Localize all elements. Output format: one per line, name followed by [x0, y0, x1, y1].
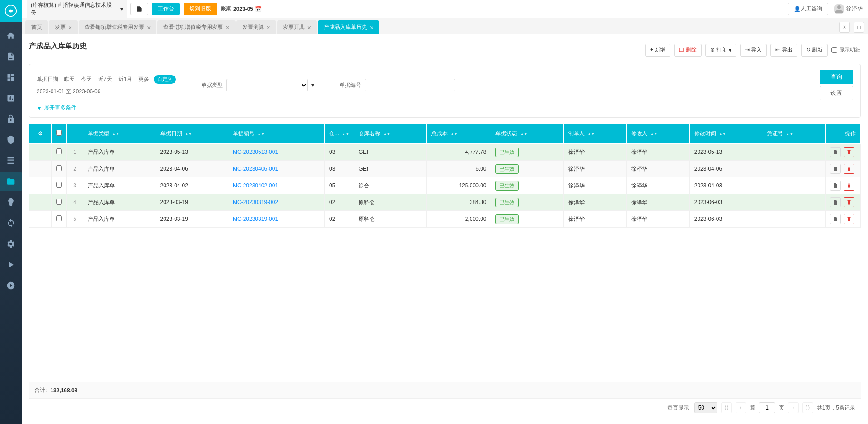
- sidebar-item-home[interactable]: [0, 26, 22, 46]
- tab-close-check-sales[interactable]: ×: [147, 24, 151, 31]
- sidebar-item-warehouse[interactable]: [0, 172, 22, 191]
- switch-old-button[interactable]: 切到旧版: [184, 3, 217, 15]
- date-today[interactable]: 今天: [79, 75, 94, 84]
- tab-check-purchase[interactable]: 查看进项增值税专用发票 ×: [157, 20, 235, 34]
- new-button[interactable]: + 新增: [645, 44, 670, 57]
- doc-number-link[interactable]: MC-20230402-001: [233, 182, 278, 189]
- type-filter-select[interactable]: [226, 79, 308, 91]
- col-modify-time[interactable]: 修改时间 ▲▼: [689, 124, 762, 144]
- refresh-button[interactable]: ↻ 刷新: [801, 44, 828, 57]
- sidebar-item-doc[interactable]: [0, 47, 22, 67]
- prev-page-button[interactable]: ⟨: [736, 402, 746, 413]
- sidebar-item-chart[interactable]: [0, 67, 22, 87]
- doc-number-link[interactable]: MC-20230406-001: [233, 166, 278, 172]
- help-button[interactable]: 👤 人工咨询: [788, 3, 828, 15]
- tabbar: 首页 发票 × 查看销项增值税专用发票 × 查看进项增值税专用发票 × 发票测算…: [22, 18, 868, 34]
- sidebar-item-table[interactable]: [0, 151, 22, 171]
- sidebar-item-stamp[interactable]: [0, 192, 22, 212]
- sidebar-item-v[interactable]: [0, 276, 22, 295]
- sidebar-item-lock[interactable]: [0, 109, 22, 129]
- col-modifier[interactable]: 修改人 ▲▼: [627, 124, 689, 144]
- workspace-button[interactable]: 工作台: [152, 3, 180, 15]
- period-calendar-icon[interactable]: 📅: [255, 6, 262, 12]
- last-page-button[interactable]: ⟩⟩: [802, 402, 813, 413]
- delete-button-4[interactable]: [844, 214, 854, 224]
- col-type[interactable]: 单据类型 ▲▼: [83, 124, 156, 144]
- delete-button[interactable]: ☐ 删除: [674, 44, 701, 57]
- cell-modify-time: 2023-05-13: [689, 144, 762, 161]
- display-toggle[interactable]: 显示明细: [831, 46, 861, 54]
- delete-button-3[interactable]: [844, 197, 854, 207]
- date-custom-tag[interactable]: 自定义: [154, 75, 176, 84]
- sidebar-item-analytics[interactable]: [0, 88, 22, 108]
- display-toggle-checkbox[interactable]: [831, 47, 837, 53]
- col-warehouse-name[interactable]: 仓库名称 ▲▼: [354, 124, 427, 144]
- delete-button-2[interactable]: [844, 181, 854, 191]
- view-button-2[interactable]: [830, 181, 841, 191]
- export-button[interactable]: ⇤ 导出: [770, 44, 797, 57]
- col-total-cost[interactable]: 总成本 ▲▼: [426, 124, 491, 144]
- sidebar-item-refresh[interactable]: [0, 213, 22, 233]
- doc-number-link[interactable]: MC-20230513-001: [233, 149, 278, 155]
- cell-voucher: [762, 161, 825, 177]
- tab-invoice-open[interactable]: 发票开具 ×: [277, 20, 317, 34]
- first-page-button[interactable]: ⟨⟨: [721, 402, 732, 413]
- doc-btn[interactable]: [130, 3, 148, 15]
- row-checkbox-4[interactable]: [56, 215, 62, 221]
- tab-close-check-purchase[interactable]: ×: [226, 24, 229, 31]
- row-checkbox-3[interactable]: [56, 199, 62, 205]
- view-button-1[interactable]: [830, 164, 841, 174]
- expand-filter-button[interactable]: ▼ 展开更多条件: [37, 104, 853, 112]
- tab-check-sales[interactable]: 查看销项增值税专用发票 ×: [79, 20, 156, 34]
- cell-date: 2023-03-19: [156, 211, 228, 228]
- user-menu[interactable]: 徐泽华: [834, 4, 863, 14]
- sidebar-item-play[interactable]: [0, 255, 22, 275]
- view-button-3[interactable]: [830, 197, 841, 207]
- col-status[interactable]: 单据状态 ▲▼: [491, 124, 564, 144]
- tab-close-invoice-open[interactable]: ×: [307, 24, 311, 31]
- col-date[interactable]: 单据日期 ▲▼: [156, 124, 228, 144]
- date-7days[interactable]: 近7天: [96, 75, 114, 84]
- next-page-button[interactable]: ⟩: [788, 402, 799, 413]
- select-all-checkbox[interactable]: [56, 130, 62, 136]
- import-button[interactable]: ⇥ 导入: [740, 44, 767, 57]
- cell-warehouse-code: 03: [325, 144, 354, 161]
- number-filter-input[interactable]: [365, 79, 455, 91]
- delete-button-1[interactable]: [844, 164, 854, 174]
- tab-invoice[interactable]: 发票 ×: [49, 20, 78, 34]
- sidebar-item-settings2[interactable]: [0, 130, 22, 150]
- date-yesterday[interactable]: 昨天: [62, 75, 76, 84]
- doc-number-link[interactable]: MC-20230319-002: [233, 199, 278, 205]
- tab-close-invoice-calc[interactable]: ×: [267, 24, 270, 31]
- table-row: 2 产品入库单 2023-04-06 MC-20230406-001 03 GE…: [29, 161, 861, 177]
- maximize-button[interactable]: □: [854, 22, 864, 33]
- tab-close-product-history[interactable]: ×: [370, 24, 373, 31]
- view-button-0[interactable]: [830, 147, 841, 157]
- row-checkbox-2[interactable]: [56, 182, 62, 188]
- company-selector[interactable]: (库存核算) 直播轻娱通信息技术股份... ▾: [27, 0, 127, 19]
- col-voucher[interactable]: 凭证号 ▲▼: [762, 124, 825, 144]
- page-number-input[interactable]: [759, 402, 775, 413]
- col-creator[interactable]: 制单人 ▲▼: [563, 124, 626, 144]
- print-button[interactable]: ⊜ 打印 ▾: [705, 44, 736, 57]
- tab-product-history[interactable]: 产成品入库单历史 ×: [318, 20, 379, 34]
- tab-invoice-calc[interactable]: 发票测算 ×: [236, 20, 276, 34]
- row-checkbox-1[interactable]: [56, 165, 62, 171]
- delete-button-0[interactable]: [844, 147, 854, 157]
- date-more[interactable]: 更多: [137, 75, 151, 84]
- tab-home[interactable]: 首页: [25, 20, 48, 34]
- doc-number-link[interactable]: MC-20230319-001: [233, 216, 278, 222]
- cell-total-cost: 4,777.78: [426, 144, 491, 161]
- date-1month[interactable]: 近1月: [117, 75, 134, 84]
- reset-button[interactable]: 设置: [820, 86, 853, 100]
- col-warehouse-code[interactable]: 仓... ▲▼: [325, 124, 354, 144]
- query-button[interactable]: 查询: [820, 70, 853, 84]
- table-settings-btn[interactable]: ⚙: [34, 127, 47, 140]
- row-checkbox-0[interactable]: [56, 148, 62, 154]
- tab-close-invoice[interactable]: ×: [68, 24, 72, 31]
- view-button-4[interactable]: [830, 214, 841, 224]
- close-all-tabs-button[interactable]: ×: [839, 22, 850, 33]
- sidebar-item-gear[interactable]: [0, 234, 22, 254]
- page-size-select[interactable]: 50 20 100: [694, 402, 717, 413]
- col-number[interactable]: 单据编号 ▲▼: [228, 124, 325, 144]
